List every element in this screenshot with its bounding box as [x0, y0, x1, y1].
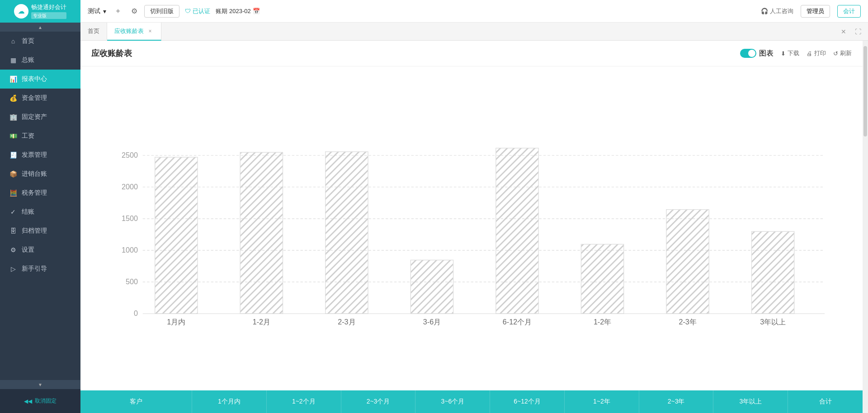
refresh-icon: ↺: [833, 50, 838, 57]
page-title: 应收账龄表: [91, 48, 132, 59]
calendar-icon[interactable]: 📅: [253, 8, 260, 14]
sidebar-item-tax[interactable]: 🧮 税务管理: [0, 183, 80, 202]
sidebar-item-invoice[interactable]: 🧾 发票管理: [0, 145, 80, 164]
table-header-row: 客户 1个月内 1~2个月 2~3个月 3~6个月 6~12个月 1~2年 2~…: [80, 390, 863, 413]
svg-text:2-3月: 2-3月: [338, 318, 355, 326]
chart-toggle-label: 图表: [759, 49, 774, 58]
scroll-thumb[interactable]: [863, 46, 867, 136]
table-col-1m: 1个月内: [192, 390, 267, 413]
bar-2-3-year: [666, 210, 709, 314]
table-col-customer: 客户: [80, 390, 192, 413]
chart-area: 0 500 1000 1500 2000 2500: [80, 66, 863, 390]
table-col-2-3m: 2~3个月: [341, 390, 416, 413]
tabbar-right: ✕ ⛶: [837, 25, 868, 38]
app-edition: 专业版: [31, 12, 66, 19]
role-button[interactable]: 会计: [837, 5, 861, 18]
print-button[interactable]: 🖨 打印: [807, 49, 826, 57]
topbar-right: 🎧 人工咨询 管理员 会计: [761, 5, 861, 18]
tab-close-icon[interactable]: ×: [146, 28, 154, 35]
pin-icon: ◀◀: [24, 398, 32, 404]
add-button[interactable]: ＋: [112, 5, 124, 18]
sidebar-item-funds[interactable]: 💰 资金管理: [0, 89, 80, 108]
consult-button[interactable]: 🎧 人工咨询: [761, 7, 793, 15]
sidebar-item-settings[interactable]: ⚙ 设置: [0, 240, 80, 259]
sidebar: ☁ 畅捷通好会计 专业版 ▲ ⌂ 首页 ▦ 总账 📊 报表中心 💰 资金管理 🏢: [0, 0, 80, 413]
toggle-track: [740, 49, 756, 58]
funds-icon: 💰: [9, 94, 17, 102]
app-name: 畅捷通好会计: [31, 4, 66, 11]
svg-text:0: 0: [134, 309, 138, 317]
table-col-3-6m: 3~6个月: [415, 390, 490, 413]
sidebar-scroll-down[interactable]: ▼: [0, 380, 80, 389]
certified-badge: 🛡 已认证: [185, 7, 210, 15]
sidebar-logo: ☁ 畅捷通好会计 专业版: [0, 0, 80, 23]
sidebar-item-assets[interactable]: 🏢 固定资产: [0, 108, 80, 127]
sidebar-item-wages[interactable]: 💵 工资: [0, 127, 80, 145]
shield-icon: 🛡: [185, 8, 191, 14]
switch-version-button[interactable]: 切到旧版: [144, 5, 179, 18]
svg-text:2-3年: 2-3年: [679, 318, 696, 326]
guide-icon: ▷: [9, 265, 17, 273]
table-col-6-12m: 6~12个月: [490, 390, 565, 413]
home-icon: ⌂: [9, 37, 17, 45]
sidebar-item-home[interactable]: ⌂ 首页: [0, 32, 80, 51]
page-scroll-container: 应收账龄表 图表 ⬇ 下载 🖨: [80, 41, 868, 413]
tax-icon: 🧮: [9, 189, 17, 197]
table-col-2-3y: 2~3年: [639, 390, 714, 413]
sidebar-item-ledger[interactable]: ▦ 总账: [0, 51, 80, 70]
chart-toggle[interactable]: 图表: [740, 49, 774, 58]
main-area: 测试 ▾ ＋ ⚙ 切到旧版 🛡 已认证 账期 2023-02 📅 🎧 人工咨询 …: [80, 0, 868, 413]
page-toolbar: 图表 ⬇ 下载 🖨 打印 ↺ 刷新: [740, 49, 852, 58]
bar-1-2-month: [240, 152, 283, 314]
manager-button[interactable]: 管理员: [801, 5, 830, 18]
wages-icon: 💵: [9, 132, 17, 140]
sidebar-item-stock[interactable]: 📦 进销台账: [0, 164, 80, 183]
svg-text:3年以上: 3年以上: [760, 318, 786, 326]
sidebar-scroll-up[interactable]: ▲: [0, 23, 80, 32]
sidebar-pin-button[interactable]: ◀◀ 取消固定: [0, 394, 80, 408]
tab-aging[interactable]: 应收账龄表 ×: [107, 23, 161, 41]
toggle-thumb: [748, 50, 755, 57]
svg-text:2000: 2000: [122, 183, 138, 191]
close-window-button[interactable]: ✕: [837, 25, 850, 38]
table-col-total: 合计: [788, 390, 863, 413]
page-inner: 应收账龄表 图表 ⬇ 下载 🖨: [80, 41, 863, 413]
table-col-1-2y: 1~2年: [565, 390, 639, 413]
sidebar-nav: ⌂ 首页 ▦ 总账 📊 报表中心 💰 资金管理 🏢 固定资产 💵 工资: [0, 32, 80, 380]
refresh-button[interactable]: ↺ 刷新: [833, 49, 852, 57]
headset-icon: 🎧: [761, 8, 768, 14]
svg-text:1月内: 1月内: [167, 318, 185, 326]
workspace-name: 测试: [88, 7, 100, 15]
svg-text:6-12个月: 6-12个月: [503, 318, 532, 326]
tab-home[interactable]: 首页: [80, 23, 107, 41]
ledger-icon: ▦: [9, 56, 17, 64]
topbar-actions: ＋ ⚙ 切到旧版: [112, 5, 179, 18]
expand-window-button[interactable]: ⛶: [852, 25, 864, 38]
settle-icon: ✓: [9, 208, 17, 216]
download-icon: ⬇: [781, 50, 786, 57]
vertical-scrollbar[interactable]: [863, 41, 868, 413]
settings-button[interactable]: ⚙: [128, 5, 141, 18]
stock-icon: 📦: [9, 170, 17, 178]
svg-text:1-2月: 1-2月: [253, 318, 270, 326]
sidebar-item-archive[interactable]: 🗄 归档管理: [0, 221, 80, 240]
settings-icon: ⚙: [9, 246, 17, 254]
svg-text:500: 500: [126, 277, 138, 286]
bar-3-plus-year: [752, 231, 794, 314]
workspace-selector[interactable]: 测试 ▾: [88, 7, 106, 15]
bar-6-12-month: [496, 148, 538, 314]
table-area: 客户 1个月内 1~2个月 2~3个月 3~6个月 6~12个月 1~2年 2~…: [80, 390, 863, 413]
sidebar-footer: ◀◀ 取消固定: [0, 389, 80, 413]
sidebar-item-settle[interactable]: ✓ 结账: [0, 202, 80, 221]
download-button[interactable]: ⬇ 下载: [781, 49, 799, 57]
invoice-icon: 🧾: [9, 151, 17, 159]
period-display: 账期 2023-02 📅: [216, 7, 260, 15]
archive-icon: 🗄: [9, 227, 17, 235]
svg-text:1500: 1500: [122, 214, 138, 222]
table-col-3plus: 3年以上: [713, 390, 788, 413]
svg-text:1-2年: 1-2年: [594, 318, 611, 326]
reports-icon: 📊: [9, 75, 17, 83]
sidebar-item-guide[interactable]: ▷ 新手引导: [0, 259, 80, 278]
svg-text:3-6月: 3-6月: [423, 318, 441, 326]
sidebar-item-reports[interactable]: 📊 报表中心: [0, 70, 80, 89]
